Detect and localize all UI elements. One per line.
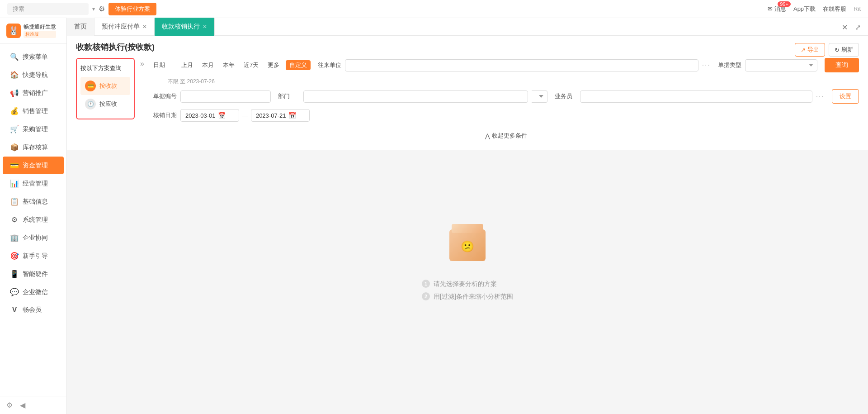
sidebar-item-finance[interactable]: 💳 资金管理 [3, 157, 64, 174]
sidebar-item-label: 新手引导 [23, 252, 48, 260]
hint-num-1: 1 [422, 280, 430, 288]
filter-scheme-collapse-icon[interactable]: » [138, 58, 146, 70]
export-button[interactable]: ↗ 导出 [795, 43, 825, 57]
query-button[interactable]: 查询 [825, 58, 859, 72]
voucher-type-select[interactable] [745, 59, 817, 71]
hint-item-1: 1 请先选择要分析的方案 [422, 277, 513, 290]
dept-input[interactable] [303, 90, 528, 103]
industry-solution-button[interactable]: 体验行业方案 [108, 3, 156, 15]
footer-settings-icon[interactable]: ⚙ [6, 401, 13, 409]
writeoff-start-date-box[interactable]: 2023-03-01 📅 [180, 109, 239, 122]
tab-bar-controls: ✕ ⤢ [838, 18, 868, 36]
sidebar: 🐰 畅捷通好生意 标准版 🔍 搜索菜单 🏠 快捷导航 📢 营销推广 💰 销售管理… [0, 18, 67, 414]
tab-prepay-close-icon[interactable]: ✕ [142, 24, 147, 30]
top-search[interactable]: 搜索 [7, 3, 89, 15]
filter-fields-panel: 日期 上月 本月 本年 近7天 更多 自定义 往来单位 ··· [153, 58, 859, 144]
staff-more-icon[interactable]: ··· [816, 92, 825, 100]
enterprise-icon: 🏢 [10, 233, 19, 242]
filter-row-2: 单据编号 部门 ▾ 业务员 ··· 设置 [153, 89, 859, 104]
search-menu-icon: 🔍 [10, 52, 19, 61]
sidebar-item-enterprise[interactable]: 🏢 企业协同 [3, 229, 64, 247]
marketing-icon: 📢 [10, 89, 19, 97]
empty-hints: 1 请先选择要分析的方案 2 用[过滤]条件来缩小分析范围 [422, 277, 513, 303]
counterparty-field: 往来单位 ··· [318, 59, 711, 71]
date-last-7-days[interactable]: 近7天 [241, 60, 261, 70]
top-bar-right: ✉ 消息 99+ App下载 在线客服 Rit [768, 5, 861, 13]
date-more[interactable]: 更多 [265, 60, 282, 70]
writeoff-start-calendar-icon[interactable]: 📅 [218, 112, 226, 119]
logo-badge: 标准版 [24, 31, 56, 38]
sidebar-item-system[interactable]: ⚙ 系统管理 [3, 211, 64, 228]
collapse-more-label: 收起更多条件 [492, 132, 527, 140]
basic-info-icon: 📋 [10, 197, 19, 206]
tab-expand-button[interactable]: ⤢ [851, 21, 864, 33]
counterparty-input[interactable] [345, 59, 698, 71]
filter-option-by-receipt[interactable]: 💳 按收款 [80, 77, 130, 95]
username-display[interactable]: Rit [854, 5, 861, 12]
tab-bar: 首页 预付冲应付单 ✕ 收款核销执行 ✕ ✕ ⤢ [67, 18, 868, 36]
sidebar-item-purchase[interactable]: 🛒 采购管理 [3, 120, 64, 138]
date-custom[interactable]: 自定义 [286, 60, 311, 70]
quick-nav-icon: 🏠 [10, 71, 19, 79]
dept-label: 部门 [278, 92, 300, 100]
page-title: 收款核销执行(按收款) [76, 42, 155, 58]
sidebar-item-guide[interactable]: 🎯 新手引导 [3, 247, 64, 265]
collapse-more-button[interactable]: ⋀ 收起更多条件 [481, 130, 531, 142]
date-note: 不限 至 2023-07-26 [168, 78, 859, 86]
page-content: 收款核销执行(按收款) ↗ 导出 ↻ 刷新 按以下方案查询 💳 [67, 36, 868, 414]
sidebar-item-inventory[interactable]: 📦 库存核算 [3, 138, 64, 156]
tab-prepay-offset[interactable]: 预付冲应付单 ✕ [94, 18, 155, 36]
sidebar-item-marketing[interactable]: 📢 营销推广 [3, 84, 64, 102]
tab-close-all-button[interactable]: ✕ [838, 21, 851, 33]
staff-label: 业务员 [555, 92, 576, 100]
writeoff-end-calendar-icon[interactable]: 📅 [288, 112, 296, 119]
date-no-limit-label: 不限 [168, 78, 179, 85]
writeoff-end-date-box[interactable]: 2023-07-21 📅 [251, 109, 310, 122]
app-download-link[interactable]: App下载 [793, 5, 816, 13]
online-support-link[interactable]: 在线客服 [823, 5, 846, 13]
footer-collapse-icon[interactable]: ◀ [20, 401, 25, 409]
staff-input[interactable] [580, 90, 812, 103]
sidebar-item-label: 采购管理 [23, 125, 48, 133]
tab-home-label: 首页 [74, 23, 87, 31]
voucher-type-label: 单据类型 [718, 61, 741, 69]
sidebar-item-label: 销售管理 [23, 107, 48, 115]
voucher-no-label: 单据编号 [153, 92, 177, 100]
date-this-month[interactable]: 本月 [199, 60, 217, 70]
sidebar-item-label: 经营管理 [23, 180, 48, 188]
refresh-button[interactable]: ↻ 刷新 [829, 43, 859, 57]
filter-option-by-receivable[interactable]: 🕐 按应收 [80, 95, 130, 113]
settings-button[interactable]: 设置 [832, 89, 859, 104]
tab-prepay-label: 预付冲应付单 [102, 23, 140, 31]
filter-receipt-label: 按收款 [99, 82, 117, 90]
empty-state-illustration [445, 225, 490, 270]
sidebar-item-label: 快捷导航 [23, 71, 48, 79]
filter-area: 按以下方案查询 💳 按收款 🕐 按应收 » 日期 [67, 58, 868, 150]
sidebar-item-vip[interactable]: V 畅会员 [3, 301, 64, 319]
collapse-more-row: ⋀ 收起更多条件 [153, 127, 859, 144]
dept-select[interactable]: ▾ [532, 90, 547, 103]
tab-receipt-close-icon[interactable]: ✕ [203, 24, 207, 30]
voucher-no-input[interactable] [180, 90, 271, 103]
tab-receipt-offset[interactable]: 收款核销执行 ✕ [155, 18, 215, 36]
sidebar-item-smart-hw[interactable]: 📱 智能硬件 [3, 265, 64, 283]
sidebar-item-operations[interactable]: 📊 经营管理 [3, 175, 64, 192]
date-last-month[interactable]: 上月 [179, 60, 196, 70]
settings-gear-icon[interactable]: ⚙ [99, 5, 105, 13]
sidebar-item-label: 智能硬件 [23, 270, 48, 278]
sidebar-item-quick-nav[interactable]: 🏠 快捷导航 [3, 66, 64, 84]
message-badge-wrap[interactable]: ✉ 消息 99+ [768, 5, 786, 13]
main-area: 首页 预付冲应付单 ✕ 收款核销执行 ✕ ✕ ⤢ 收款核销执行(按收款) ↗ 导… [67, 18, 868, 414]
sidebar-item-basic-info[interactable]: 📋 基础信息 [3, 193, 64, 210]
sidebar-item-wecom[interactable]: 💬 企业微信 [3, 283, 64, 301]
search-chevron-icon[interactable]: ▾ [92, 6, 95, 12]
counterparty-more-icon[interactable]: ··· [702, 61, 711, 69]
hint-text-2: 用[过滤]条件来缩小分析范围 [434, 290, 513, 303]
sidebar-nav: 🔍 搜索菜单 🏠 快捷导航 📢 营销推广 💰 销售管理 🛒 采购管理 📦 库存核… [0, 44, 66, 396]
date-this-year[interactable]: 本年 [220, 60, 237, 70]
tab-receipt-label: 收款核销执行 [162, 23, 200, 31]
sidebar-item-sales[interactable]: 💰 销售管理 [3, 102, 64, 120]
tab-home[interactable]: 首页 [67, 18, 94, 36]
filter-scheme-title: 按以下方案查询 [80, 64, 130, 72]
sidebar-item-search-menu[interactable]: 🔍 搜索菜单 [3, 48, 64, 66]
